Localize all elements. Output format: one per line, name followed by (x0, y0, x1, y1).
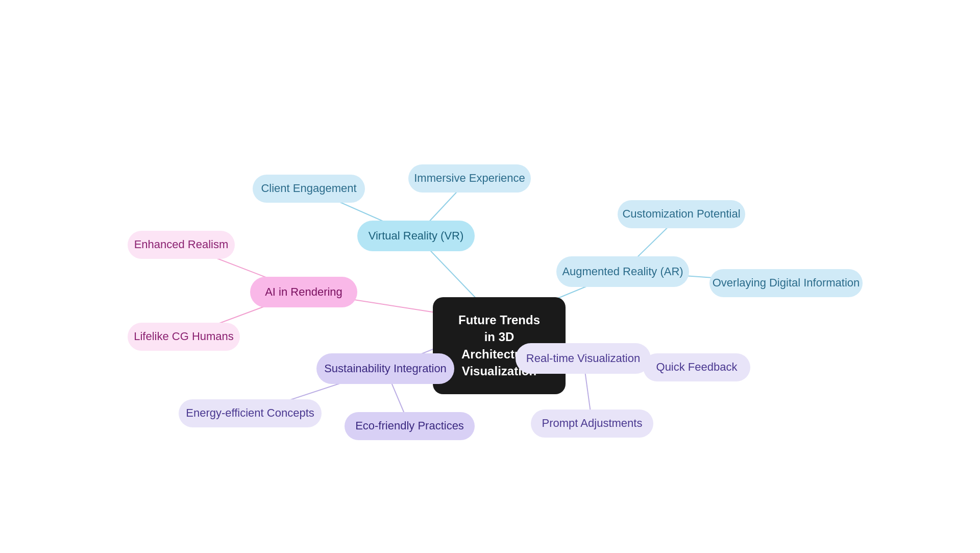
node-ai_rendering: AI in Rendering (250, 277, 357, 307)
node-eco: Eco-friendly Practices (345, 412, 475, 440)
node-sustainability: Sustainability Integration (316, 353, 454, 384)
mindmap-container: Future Trends in 3D Architectural Visual… (0, 0, 980, 553)
node-lifelike: Lifelike CG Humans (128, 323, 240, 351)
node-enhanced_realism: Enhanced Realism (128, 231, 235, 259)
node-realtime: Real-time Visualization (516, 343, 651, 374)
node-vr: Virtual Reality (VR) (357, 221, 475, 251)
node-prompt: Prompt Adjustments (531, 410, 653, 438)
node-energy: Energy-efficient Concepts (179, 399, 322, 427)
node-ar: Augmented Reality (AR) (556, 256, 689, 287)
node-quick_feedback: Quick Feedback (643, 353, 750, 381)
node-immersive: Immersive Experience (408, 164, 531, 193)
node-client_engagement: Client Engagement (253, 175, 365, 203)
node-overlaying: Overlaying Digital Information (709, 269, 863, 297)
node-customization: Customization Potential (618, 200, 745, 228)
